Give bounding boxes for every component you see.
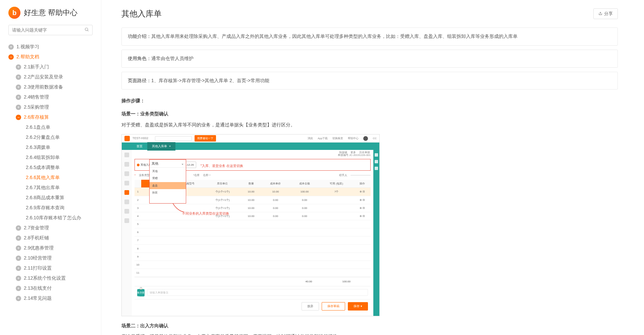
ss-cancel-button: 放弃 (302, 302, 319, 311)
ss-nav-icon (124, 153, 129, 157)
nav-2-6-2[interactable]: 2.6.2分量盘点单 (8, 132, 93, 143)
brand-text: 好生意 帮助中心 (24, 8, 77, 18)
nav-2-6-5[interactable]: 2.6.5成本调整单 (8, 163, 93, 173)
nav-2-6-10[interactable]: 2.6.10库存账本错了怎么办 (8, 213, 93, 223)
nav-2-7[interactable]: +2.7资金管理 (8, 223, 93, 233)
ss-rightbar (373, 150, 379, 316)
nav-2-6[interactable]: −2.6库存核算 (8, 112, 93, 122)
nav-video[interactable]: +1.视频学习 (8, 42, 93, 52)
ss-avatar-icon (363, 136, 368, 141)
ss-totals: 40.00 100.00 (135, 277, 371, 286)
ss-nav-icon-active (124, 190, 129, 195)
content: 其他入库单 分享 功能介绍：其他入库单用来处理除采购入库、产成品入库之外的其他入… (101, 0, 638, 335)
ss-user: CC (373, 136, 377, 141)
ss-app-icon: App下载 (318, 136, 328, 141)
ss-dd-item (150, 196, 186, 203)
ss-remark-input: 请输入单据备注 (147, 289, 368, 296)
scene1-title: 场景一：业务类型确认 (121, 109, 618, 118)
ss-tool-icon (375, 167, 378, 170)
ss-tool-icon (375, 153, 378, 157)
ss-tool-icon (375, 160, 378, 163)
info-role: 使用角色：通常由仓管人员维护 (121, 50, 618, 68)
ss-nav-icon (124, 162, 129, 167)
logo-icon: b (8, 7, 20, 19)
ss-dropdown: 其他⌄ 其他 受赠 盘盈 拆装 (149, 159, 186, 204)
nav-2-13[interactable]: +2.13在线支付 (8, 283, 93, 293)
ss-dd-item: 拆装 (150, 189, 186, 196)
nav-2-5[interactable]: +2.5采购管理 (8, 102, 93, 112)
nav-docs[interactable]: −2.帮助文档 (8, 52, 93, 62)
ss-annotation-2: 不同业务的入库类型在这里切换 (182, 210, 229, 217)
sidebar: b 好生意 帮助中心 +1.视频学习 −2.帮助文档 +2.1新手入门 +2.2… (0, 0, 101, 335)
ss-msg-icon: 消息 (308, 136, 313, 141)
ss-nav-icon (124, 209, 129, 214)
ss-annotation-1: 入库、退货业务 在这里切换 (202, 163, 243, 169)
ss-dd-head: 其他⌄ (150, 160, 186, 168)
ss-switch-icon: 切换账套 (332, 136, 343, 141)
remark-icon: 📋备注信息 (137, 289, 145, 296)
nav-2-6-8[interactable]: 2.6.8商品成本重算 (8, 193, 93, 203)
nav-2-6-6[interactable]: 2.6.6其他入库单 (8, 173, 93, 183)
search-input[interactable] (8, 25, 93, 35)
ss-logo-icon (124, 136, 130, 141)
embedded-screenshot: TEST-H002 我要做论一下 消息 App下载 切换账套 帮助中心 CC 首… (121, 134, 380, 316)
ss-nav-icon (124, 200, 129, 204)
nav-2-6-9[interactable]: 2.6.9库存账本查询 (8, 203, 93, 213)
share-icon (598, 11, 602, 16)
scene2-p1: 无论是受赠，还是其他类型的业务，由于入库商品质量等原因，需要退回，这时可通过单据… (121, 332, 618, 335)
nav-2-12[interactable]: +2.12系统个性化设置 (8, 273, 93, 283)
ss-topbar: TEST-H002 我要做论一下 消息 App下载 切换账套 帮助中心 CC (122, 134, 379, 143)
ss-footer: 放弃 保存草稿 保存 ▾ (135, 299, 371, 313)
info-path: 页面路径：1、库存核算->库存管理->其他入库单 2、首页->常用功能 (121, 72, 618, 90)
ss-nav-icon (124, 218, 129, 223)
nav-2-14[interactable]: +2.14常见问题 (8, 293, 93, 303)
ss-toolbar-right: 快捷键 更多 历史单据 (339, 150, 370, 155)
steps-label: 操作步骤： (121, 96, 618, 105)
search-box (8, 25, 93, 35)
ss-nav-icon (124, 171, 129, 176)
steps-section: 操作步骤： 场景一：业务类型确认 对于受赠、盘盈或是拆装入库等不同的业务，是通过… (121, 96, 618, 335)
close-icon: × (169, 144, 171, 149)
nav-2-10[interactable]: +2.10经营管理 (8, 253, 93, 263)
nav-2-4[interactable]: +2.4销售管理 (8, 92, 93, 102)
page-head: 其他入库单 分享 (121, 8, 618, 19)
ss-tab-current: 其他入库单× (147, 142, 175, 151)
nav-2-6-3[interactable]: 2.6.3调拨单 (8, 143, 93, 153)
svg-line-1 (88, 30, 89, 31)
nav-tree: +1.视频学习 −2.帮助文档 +2.1新手入门 +2.2产品安装及登录 +2.… (8, 42, 93, 303)
ss-leftbar (122, 150, 132, 316)
scene2-title: 场景二：出入方向确认 (121, 321, 618, 330)
ss-nav-icon (124, 181, 129, 185)
ss-help-icon: 帮助中心 (348, 136, 359, 141)
ss-tabbar: 首页 其他入库单× (122, 143, 379, 150)
scene1-text: 对于受赠、盘盈或是拆装入库等不同的业务，是通过单据头【业务类型】进行区分。 (121, 120, 618, 129)
ss-top-right: 消息 App下载 切换账套 帮助中心 CC (308, 136, 377, 141)
ss-body: 快捷键 更多 历史单据 单据编号 JC-20191226-001 其他入库 其他… (122, 150, 379, 316)
ss-tab-home: 首页 (132, 142, 147, 151)
ss-main: 快捷键 更多 历史单据 单据编号 JC-20191226-001 其他入库 其他… (132, 150, 373, 316)
nav-2-9[interactable]: +2.9优惠券管理 (8, 243, 93, 253)
nav-2-6-4[interactable]: 2.6.4组装拆卸单 (8, 153, 93, 163)
svg-point-0 (85, 28, 88, 31)
chevron-down-icon: ⌄ (181, 160, 184, 167)
nav-2-6-1[interactable]: 2.6.1盘点单 (8, 122, 93, 132)
nav-2-6-7[interactable]: 2.6.7其他出库单 (8, 183, 93, 193)
nav-2-3[interactable]: +2.3使用前数据准备 (8, 82, 93, 92)
page-title: 其他入库单 (121, 8, 162, 19)
nav-2-8[interactable]: +2.8手机旺铺 (8, 233, 93, 243)
ss-dd-item: 受赠 (150, 175, 186, 182)
ss-remark: 📋备注信息 请输入单据备注 (135, 286, 371, 299)
ss-top-button: 我要做论一下 (195, 135, 216, 142)
ss-dd-item: 盘盈 (150, 182, 186, 189)
ss-ordernum: 单据编号 JC-20191226-001 (135, 153, 371, 158)
ss-dd-item: 其他 (150, 168, 186, 175)
nav-2-11[interactable]: +2.11打印设置 (8, 263, 93, 273)
nav-2-1[interactable]: +2.1新手入门 (8, 62, 93, 72)
ss-top-input (155, 136, 192, 141)
search-icon[interactable] (85, 27, 89, 33)
ss-test-label: TEST-H002 (132, 135, 148, 141)
ss-save-button: 保存 ▾ (348, 302, 368, 311)
nav-2-2[interactable]: +2.2产品安装及登录 (8, 72, 93, 82)
share-button[interactable]: 分享 (593, 8, 618, 19)
info-intro: 功能介绍：其他入库单用来处理除采购入库、产成品入库之外的其他入库业务，因此其他入… (121, 27, 618, 46)
